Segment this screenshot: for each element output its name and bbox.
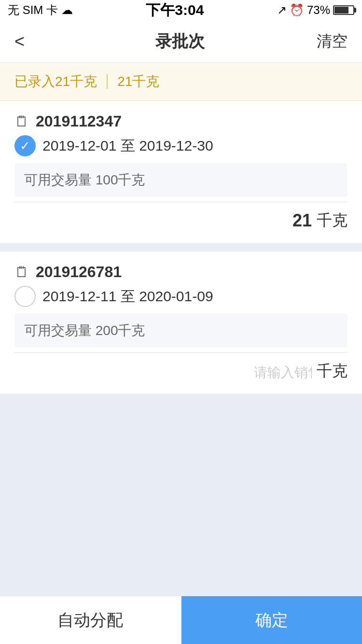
location-icon: ↗ — [277, 3, 287, 17]
status-right: ↗ ⏰ 73% — [277, 3, 354, 17]
alarm-icon: ⏰ — [290, 3, 304, 17]
quantity-input-1[interactable] — [254, 210, 312, 231]
clear-button[interactable]: 清空 — [317, 31, 348, 52]
banner-divider — [107, 74, 108, 89]
status-time: 下午3:04 — [146, 0, 204, 20]
battery-percent: 73% — [307, 3, 330, 17]
batch-item-1: 🗒 2019112347 ✓ 2019-12-01 至 2019-12-30 可… — [0, 101, 362, 243]
auto-distribute-button[interactable]: 自动分配 — [0, 596, 181, 644]
batch-item-2: 🗒 2019126781 2019-12-11 至 2020-01-09 可用交… — [0, 252, 362, 393]
batch-date-2: 2019-12-11 至 2020-01-09 — [42, 287, 213, 307]
availability-1: 可用交易量 100千克 — [14, 163, 348, 197]
batch-id-2: 2019126781 — [36, 263, 122, 281]
batch-date-1: 2019-12-01 至 2019-12-30 — [42, 136, 213, 156]
section-separator — [0, 244, 362, 252]
sim-label: 无 SIM 卡 ☁ — [8, 2, 73, 18]
availability-2: 可用交易量 200千克 — [14, 314, 348, 348]
page-title: 录批次 — [155, 30, 205, 53]
batch-header-2: 🗒 2019126781 — [0, 252, 362, 286]
quantity-unit-1: 千克 — [317, 210, 348, 231]
bottom-spacer — [0, 394, 362, 596]
batch-date-row-1: ✓ 2019-12-01 至 2019-12-30 — [0, 135, 362, 163]
batch-doc-icon-2: 🗒 — [14, 264, 29, 280]
checkmark-icon-1: ✓ — [20, 140, 30, 152]
batch-id-1: 2019112347 — [36, 112, 122, 130]
status-left: 无 SIM 卡 ☁ — [8, 2, 73, 18]
content-area: 🗒 2019112347 ✓ 2019-12-01 至 2019-12-30 可… — [0, 101, 362, 644]
quantity-row-2: 千克 — [0, 353, 362, 393]
batch-header-1: 🗒 2019112347 — [0, 101, 362, 135]
battery-icon — [333, 5, 354, 15]
info-banner: 已录入21千克 21千克 — [0, 63, 362, 101]
total-amount: 21千克 — [117, 72, 159, 91]
status-bar: 无 SIM 卡 ☁ 下午3:04 ↗ ⏰ 73% — [0, 0, 362, 20]
batch-radio-2[interactable] — [14, 286, 36, 307]
quantity-row-1: 千克 — [0, 202, 362, 243]
quantity-input-2[interactable] — [254, 361, 312, 381]
confirm-button[interactable]: 确定 — [181, 596, 362, 644]
back-button[interactable]: < — [14, 31, 43, 52]
batch-doc-icon-1: 🗒 — [14, 113, 29, 130]
batch-radio-1[interactable]: ✓ — [14, 135, 36, 156]
batch-date-row-2: 2019-12-11 至 2020-01-09 — [0, 286, 362, 314]
quantity-unit-2: 千克 — [317, 361, 348, 382]
recorded-amount: 已录入21千克 — [14, 72, 97, 91]
footer-bar: 自动分配 确定 — [0, 596, 362, 644]
nav-bar: < 录批次 清空 — [0, 20, 362, 63]
